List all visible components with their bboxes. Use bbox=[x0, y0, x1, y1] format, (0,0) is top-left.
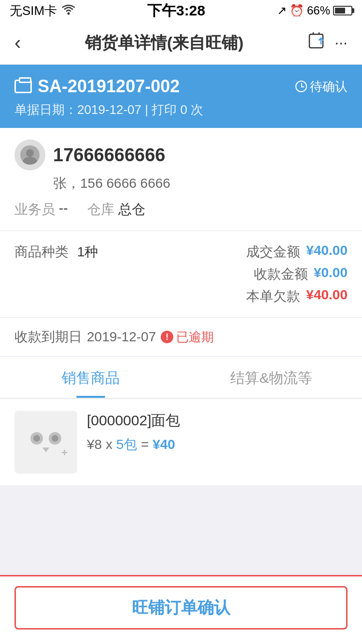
confirm-order-button[interactable]: 旺铺订单确认 bbox=[14, 586, 348, 630]
product-types-value: 1种 bbox=[77, 244, 98, 259]
sales-rep-value: -- bbox=[59, 200, 68, 219]
tab-settlement[interactable]: 结算&物流等 bbox=[181, 357, 362, 398]
location-icon: ↗ bbox=[277, 4, 287, 17]
deal-amount-value: ¥40.00 bbox=[306, 243, 348, 261]
status-left: 无SIM卡 bbox=[10, 2, 75, 19]
received-amount-value: ¥0.00 bbox=[314, 265, 348, 283]
tab-sales-products[interactable]: 销售商品 bbox=[0, 357, 181, 398]
owl-eyes bbox=[30, 432, 61, 445]
received-amount-label: 收款金额 bbox=[254, 265, 308, 283]
empty-space bbox=[0, 485, 362, 582]
status-text: 待确认 bbox=[310, 78, 348, 95]
customer-name: 张，156 6666 6666 bbox=[14, 174, 348, 193]
svg-point-0 bbox=[68, 12, 70, 14]
due-date-label: 收款到期日 bbox=[14, 328, 82, 346]
carrier-text: 无SIM卡 bbox=[10, 2, 57, 19]
avatar bbox=[14, 140, 45, 170]
product-name: [0000002]面包 bbox=[87, 411, 348, 431]
summary-section: 商品种类 1种 成交金额 ¥40.00 收款金额 ¥0.00 本单欠款 ¥40.… bbox=[0, 231, 362, 317]
sales-rep-label: 业务员 bbox=[14, 200, 55, 219]
price-formula: ¥8 x bbox=[87, 437, 116, 452]
owl-eye-left bbox=[30, 432, 43, 445]
product-types-label: 商品种类 bbox=[14, 244, 69, 259]
alarm-icon: ⏰ bbox=[290, 4, 304, 17]
battery-icon bbox=[333, 6, 352, 15]
overdue-badge: ! 已逾期 bbox=[161, 329, 214, 346]
order-icon bbox=[14, 80, 32, 93]
owed-amount-value: ¥40.00 bbox=[306, 287, 348, 306]
battery-text: 66% bbox=[307, 4, 330, 17]
product-info: [0000002]面包 ¥8 x 5包 = ¥40 bbox=[87, 411, 348, 454]
product-logo: + bbox=[24, 425, 68, 459]
order-date: 单据日期：2019-12-07 | 打印 0 次 bbox=[14, 101, 348, 118]
warehouse-value: 总仓 bbox=[118, 200, 145, 219]
tabs-section: 销售商品 结算&物流等 bbox=[0, 357, 362, 398]
more-icon[interactable]: ··· bbox=[334, 34, 348, 52]
order-header-card: SA-20191207-002 待确认 单据日期：2019-12-07 | 打印… bbox=[0, 65, 362, 128]
owed-amount-row: 本单欠款 ¥40.00 bbox=[246, 287, 348, 306]
nav-bar: ‹ 销货单详情(来自旺铺) ··· bbox=[0, 21, 362, 65]
owed-amount-label: 本单欠款 bbox=[246, 287, 300, 306]
owl-plus: + bbox=[61, 447, 68, 459]
summary-left: 商品种类 1种 bbox=[14, 243, 98, 261]
due-date-section: 收款到期日 2019-12-07 ! 已逾期 bbox=[0, 318, 362, 356]
owl-beak bbox=[42, 448, 49, 452]
product-total: ¥40 bbox=[153, 437, 175, 452]
export-icon[interactable] bbox=[307, 32, 325, 54]
order-status-badge: 待确认 bbox=[295, 78, 348, 95]
equals-sign: = bbox=[137, 437, 153, 452]
status-time: 下午3:28 bbox=[147, 1, 205, 21]
tabs-header: 销售商品 结算&物流等 bbox=[0, 357, 362, 398]
status-right: ↗ ⏰ 66% bbox=[277, 4, 352, 17]
bottom-bar: 旺铺订单确认 bbox=[0, 575, 362, 644]
product-thumbnail: + bbox=[14, 411, 77, 474]
clock-icon bbox=[295, 81, 307, 92]
back-button[interactable]: ‹ bbox=[14, 32, 21, 54]
wifi-icon bbox=[62, 3, 75, 18]
avatar-icon bbox=[20, 145, 40, 165]
customer-section: 17666666666 张，156 6666 6666 业务员 -- 仓库 总仓 bbox=[0, 128, 362, 230]
owl-eye-right bbox=[49, 432, 61, 445]
received-amount-row: 收款金额 ¥0.00 bbox=[254, 265, 348, 283]
product-types-item: 商品种类 1种 bbox=[14, 243, 98, 261]
customer-row: 17666666666 bbox=[14, 140, 348, 170]
warehouse-label: 仓库 bbox=[87, 200, 114, 219]
sales-rep-item: 业务员 -- bbox=[14, 200, 68, 219]
product-item: + [0000002]面包 ¥8 x 5包 = ¥40 bbox=[14, 411, 348, 474]
order-number: SA-20191207-002 bbox=[14, 76, 180, 97]
deal-amount-row: 成交金额 ¥40.00 bbox=[246, 243, 348, 261]
overdue-text: 已逾期 bbox=[176, 329, 214, 346]
warehouse-item: 仓库 总仓 bbox=[87, 200, 145, 219]
customer-meta: 业务员 -- 仓库 总仓 bbox=[14, 200, 348, 219]
product-qty: 5包 bbox=[116, 437, 138, 452]
product-section: + [0000002]面包 ¥8 x 5包 = ¥40 bbox=[0, 399, 362, 485]
due-date-value: 2019-12-07 bbox=[87, 329, 156, 345]
status-bar: 无SIM卡 下午3:28 ↗ ⏰ 66% bbox=[0, 0, 362, 21]
summary-right: 成交金额 ¥40.00 收款金额 ¥0.00 本单欠款 ¥40.00 bbox=[246, 243, 348, 306]
warning-icon: ! bbox=[161, 331, 173, 343]
product-price: ¥8 x 5包 = ¥40 bbox=[87, 435, 348, 454]
deal-amount-label: 成交金额 bbox=[246, 243, 300, 261]
customer-phone: 17666666666 bbox=[53, 145, 165, 166]
nav-actions: ··· bbox=[307, 32, 348, 54]
page-title: 销货单详情(来自旺铺) bbox=[85, 32, 244, 54]
